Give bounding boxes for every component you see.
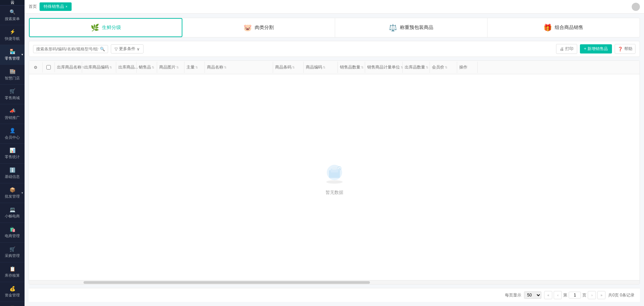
per-page-label: 每页显示 (505, 292, 521, 298)
topbar: 首页 特殊销售品 × (25, 0, 644, 14)
sort-icon[interactable]: ⇅ (109, 66, 112, 69)
sort-icon[interactable]: ⇅ (361, 66, 364, 69)
sidebar-item-basic-info[interactable]: ℹ️ 基础信息 (0, 164, 25, 183)
sidebar-item-member-center[interactable]: 👤 会员中心 (0, 124, 25, 144)
topbar-right (632, 3, 640, 11)
th-sale-unit: 销售商品计量单位 ⇅ (365, 62, 403, 73)
wholesale-mgmt-icon: 📦 (1, 187, 23, 194)
sidebar-item-wholesale-mgmt[interactable]: 📦 批发管理 (0, 183, 25, 203)
th-settings[interactable]: ⚙ (29, 62, 43, 73)
select-all-checkbox[interactable] (46, 65, 51, 70)
th-out-product-code: 出库商品编码 ⇅ (82, 62, 116, 73)
print-button[interactable]: 🖨 打印 (556, 44, 577, 54)
help-button[interactable]: ❓ 帮助 (615, 44, 635, 54)
empty-state-illustration (321, 159, 348, 186)
app-logo: 云 (0, 0, 25, 5)
table-header: ⚙ 出库商品名称 ⇅ 出库商品编码 ⇅ 出库商品... ⇅ 销售品 (29, 61, 640, 74)
sidebar: 云 🔍 搜索菜单 ⚡ 快捷导航 🏪 零售管理 🏬 智慧门店 🛒 零售商城 📣 营… (0, 0, 25, 306)
search-input[interactable] (36, 47, 99, 51)
sort-icon[interactable]: ⇅ (323, 66, 326, 69)
toolbar-right: 🖨 打印 + 新增销售品 ❓ 帮助 (556, 44, 635, 54)
main-content: 首页 特殊销售品 × 🌿 生鲜分级 🐷 肉类分割 ⚖️ 称重预包装商品 (25, 0, 644, 306)
pagination-bar: 每页显示 50 10 20 100 « ‹ 第 页 › » 共0页 0条记录 (29, 288, 640, 302)
sidebar-item-ecom-mgmt[interactable]: 🛍️ 电商管理 (0, 223, 25, 243)
sidebar-item-retail-mgmt[interactable]: 🏪 零售管理 (0, 45, 25, 65)
mini-ecom-icon: 💻 (1, 206, 23, 213)
scrollbar-thumb[interactable] (84, 281, 370, 284)
category-tabs: 🌿 生鲜分级 🐷 肉类分割 ⚖️ 称重预包装商品 🎁 组合商品销售 (29, 18, 640, 37)
th-member-price: 会员价 ⇅ (430, 62, 457, 73)
prev-page-button[interactable]: ‹ (554, 291, 562, 299)
add-sale-product-button[interactable]: + 新增销售品 (580, 44, 612, 53)
toolbar-left: 🔍 ▽ 更多条件 ∨ (33, 44, 144, 53)
retail-stats-icon: 📊 (1, 147, 23, 154)
sort-icon[interactable]: ⇅ (152, 66, 154, 69)
print-icon: 🖨 (560, 47, 564, 51)
sidebar-item-stock-check[interactable]: 📋 库存核算 (0, 262, 25, 282)
th-product-barcode: 商品条码 ⇅ (273, 62, 304, 73)
stock-check-icon: 📋 (1, 266, 23, 273)
active-tab[interactable]: 特殊销售品 × (40, 2, 72, 11)
sidebar-item-purchase-mgmt[interactable]: 🛒 采购管理 (0, 243, 25, 262)
ecom-mgmt-icon: 🛍️ (1, 226, 23, 233)
smart-store-icon: 🏬 (1, 68, 23, 75)
th-product-image: 商品图片 ⇅ (157, 62, 184, 73)
sidebar-item-smart-store[interactable]: 🏬 智慧门店 (0, 65, 25, 85)
last-page-button[interactable]: » (597, 291, 605, 299)
data-table: ⚙ 出库商品名称 ⇅ 出库商品编码 ⇅ 出库商品... ⇅ 销售品 (29, 60, 640, 285)
sidebar-item-search-menu[interactable]: 🔍 搜索菜单 (0, 5, 25, 25)
first-page-button[interactable]: « (544, 291, 552, 299)
cat-tab-combo-sale[interactable]: 🎁 组合商品销售 (488, 18, 640, 37)
sort-icon[interactable]: ⇅ (292, 66, 295, 69)
svg-rect-4 (332, 167, 336, 170)
tab-close-icon[interactable]: × (65, 5, 68, 9)
th-out-product-x: 出库商品... ⇅ (116, 62, 137, 73)
svg-point-0 (326, 180, 343, 184)
sidebar-item-quick-nav[interactable]: ⚡ 快捷导航 (0, 25, 25, 45)
sidebar-item-retail-stats[interactable]: 📊 零售统计 (0, 144, 25, 164)
sort-icon[interactable]: ⇅ (445, 66, 448, 69)
th-action: 操作 (457, 62, 478, 73)
page-label-suffix: 页 (582, 292, 586, 298)
cat-tab-meat-cut[interactable]: 🐷 肉类分割 (182, 18, 335, 37)
basic-info-icon: ℹ️ (1, 167, 23, 174)
th-sale-qty: 销售品数量 ⇅ (338, 62, 365, 73)
page-navigation: « ‹ 第 页 › » (544, 291, 605, 299)
next-page-button[interactable]: › (588, 291, 596, 299)
search-box[interactable]: 🔍 (33, 45, 108, 53)
total-records: 共0页 0条记录 (608, 292, 634, 298)
empty-text: 暂无数据 (326, 189, 343, 196)
cat-tab-weight-prepack[interactable]: ⚖️ 称重预包装商品 (335, 18, 488, 37)
meat-cut-icon: 🐷 (243, 24, 252, 32)
search-menu-icon: 🔍 (1, 9, 23, 16)
home-link[interactable]: 首页 (29, 4, 37, 10)
horizontal-scrollbar[interactable] (29, 280, 640, 284)
sales-promo-icon: 📣 (1, 108, 23, 114)
user-avatar[interactable] (632, 3, 640, 11)
sort-icon[interactable]: ⇅ (176, 66, 179, 69)
th-checkbox[interactable] (43, 62, 55, 72)
sort-icon[interactable]: ⇅ (426, 66, 429, 69)
weight-prepack-icon: ⚖️ (389, 24, 397, 32)
sidebar-item-general-ledger[interactable]: 📒 总账管理 (0, 302, 25, 306)
th-main-weight: 主量 ⇅ (184, 62, 205, 73)
combo-sale-icon: 🎁 (543, 24, 552, 32)
th-out-qty: 出库品数量 ⇅ (403, 62, 430, 73)
sidebar-item-sales-promo[interactable]: 📣 营销推广 (0, 104, 25, 124)
cat-tab-fresh-grade[interactable]: 🌿 生鲜分级 (29, 18, 182, 37)
sort-icon[interactable]: ⇅ (224, 66, 227, 69)
sidebar-item-finance-mgmt[interactable]: 💰 资金管理 (0, 282, 25, 302)
retail-mgmt-icon: 🏪 (1, 48, 23, 55)
member-center-icon: 👤 (1, 127, 23, 134)
help-icon: ❓ (618, 47, 623, 51)
page-number-input[interactable] (569, 292, 581, 299)
sidebar-item-mini-ecom[interactable]: 💻 小畅电商 (0, 203, 25, 223)
quick-nav-icon: ⚡ (1, 29, 23, 35)
per-page-select[interactable]: 50 10 20 100 (524, 291, 541, 299)
sidebar-item-retail-mall[interactable]: 🛒 零售商城 (0, 85, 25, 104)
filter-button[interactable]: ▽ 更多条件 ∨ (111, 44, 144, 53)
sort-icon[interactable]: ⇅ (195, 66, 198, 69)
finance-mgmt-icon: 💰 (1, 286, 23, 292)
th-product-name: 商品名称 ⇅ (205, 62, 273, 73)
search-icon: 🔍 (100, 47, 105, 51)
